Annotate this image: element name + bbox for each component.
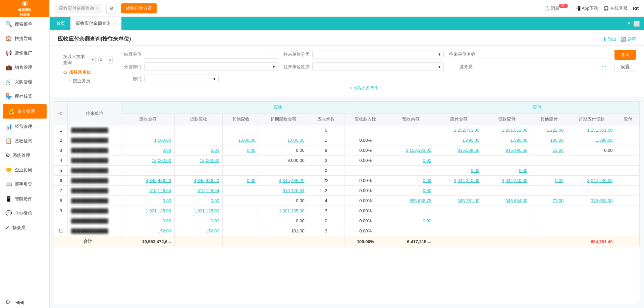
receivable-amount[interactable]: 1,000.00 — [121, 135, 175, 145]
topbar-gear-button[interactable]: ⚙ — [106, 3, 117, 14]
promo-button[interactable]: 体验行业方案 — [121, 3, 157, 13]
dept-select[interactable]: ▾ — [144, 62, 278, 71]
loan-payable[interactable]: 0.00 — [483, 166, 531, 176]
loan-receivable[interactable]: 810,126.64 — [175, 186, 223, 196]
loan-payable[interactable]: 915,495.56 — [483, 145, 531, 156]
loan-receivable[interactable]: 0.00 — [175, 216, 223, 226]
receivable-amount[interactable]: 0.00 — [121, 145, 175, 156]
settlement-dots-icon[interactable]: ··· — [271, 51, 275, 57]
salesperson-dots-icon[interactable]: ··· — [602, 63, 606, 70]
filter-collapse-button[interactable]: ∧ 收起更多条件 — [118, 83, 609, 93]
sidebar-item-search-menu[interactable]: 🔍 搜索菜单 — [0, 17, 49, 31]
other-receivable[interactable]: 0.00 — [223, 145, 259, 156]
loan-receivable[interactable]: 0.00 — [175, 196, 223, 206]
unit-category-select[interactable]: ▾ — [312, 50, 443, 58]
table-settings-icon[interactable]: ⚙ — [59, 111, 63, 116]
sidebar-item-sales[interactable]: 💼 销售管理 — [0, 60, 49, 75]
notification-area[interactable]: 📩 消息 99+ — [544, 5, 570, 11]
sidebar-item-system[interactable]: ⚙ 系统管理 — [0, 148, 49, 163]
payable-amount[interactable]: 3,044,240.00 — [435, 176, 483, 186]
sidebar-item-guide[interactable]: 📖 新手引导 — [0, 177, 49, 191]
sidebar-item-member[interactable]: ✓ 畅会员 — [0, 220, 49, 235]
loan-receivable[interactable]: 0.00 — [175, 145, 223, 156]
service-link[interactable]: 🎧 在线客服 — [603, 5, 628, 11]
sidebar-item-funds[interactable]: 💰 资金管理 — [3, 104, 47, 119]
other-payable[interactable]: 77.00 — [531, 196, 567, 206]
unit-nature-select[interactable]: ▾ — [312, 62, 443, 71]
download-link[interactable]: 📲 App下载 — [575, 5, 598, 11]
filter-settings-button[interactable]: ⚙ — [98, 56, 104, 63]
sidebar-item-operations[interactable]: 📊 经营管理 — [0, 119, 49, 134]
prepay[interactable]: 0.00 — [387, 216, 435, 226]
sidebar-collapse-icon[interactable]: ◀◀ — [15, 299, 23, 305]
payable-amount[interactable]: 1,252,773.00 — [435, 125, 483, 135]
loan-receivable[interactable]: 4,345,436.20 — [175, 176, 223, 186]
filter-add-button[interactable]: + — [90, 56, 96, 63]
tab-home[interactable]: 首页 — [51, 17, 70, 30]
refresh-button[interactable]: 🔄 刷新 — [621, 36, 636, 42]
overdue-payable[interactable]: 3,044,240.00 — [567, 176, 616, 186]
export-button[interactable]: ⬆ 导出 — [603, 36, 616, 42]
sub-dept-select[interactable]: ▾ — [144, 75, 219, 83]
sidebar-item-quick-nav[interactable]: 🏠 快捷导航 — [0, 31, 49, 46]
other-payable[interactable]: 100.00 — [531, 135, 567, 145]
payable-amount[interactable]: 0.00 — [435, 166, 483, 176]
query-button[interactable]: 查询 — [614, 50, 636, 60]
tab-expand-icon[interactable]: ⬜ — [633, 20, 640, 27]
receivable-amount[interactable]: 0.00 — [121, 216, 175, 226]
filter-collapse-button[interactable]: « — [107, 56, 113, 63]
overdue-receivable[interactable]: 1,001,135.00 — [259, 206, 308, 216]
prepay[interactable]: 0.00 — [387, 156, 435, 166]
prepay[interactable]: 2,153,333.00 — [387, 145, 435, 156]
receivable-amount[interactable]: 4,345,436.20 — [121, 176, 175, 186]
receivable-amount[interactable]: 1,001,135.00 — [121, 206, 175, 216]
filter-plan-unit[interactable]: ⊙ 按往来单位 — [63, 69, 113, 75]
sub-dept-label: 部门 — [118, 76, 142, 82]
receivable-amount[interactable]: 18,000.00 — [121, 156, 175, 166]
loan-payable[interactable]: 1,251,551.00 — [483, 125, 531, 135]
overdue-payable[interactable]: 1,251,551.00 — [567, 125, 616, 135]
other-payable[interactable]: 1,222.00 — [531, 125, 567, 135]
other-receivable[interactable]: 1,000.00 — [223, 135, 259, 145]
sidebar-item-hardware[interactable]: 📱 智能硬件 — [0, 191, 49, 206]
table-setting-button[interactable]: 设置 — [614, 62, 636, 72]
loan-payable[interactable]: 345,684.00 — [483, 196, 531, 206]
overdue-receivable[interactable]: 810,126.64 — [259, 186, 308, 196]
sidebar-item-inventory[interactable]: 🏪 库存核算 — [0, 89, 49, 103]
loan-receivable[interactable]: 152.00 — [175, 226, 223, 236]
overdue-payable[interactable]: 345,684.00 — [567, 196, 616, 206]
payable-amount[interactable]: 1,490.00 — [435, 135, 483, 145]
receivable-amount[interactable]: 810,126.64 — [121, 186, 175, 196]
prepay[interactable]: 0.00 — [387, 186, 435, 196]
overdue-receivable[interactable]: 1,000.00 — [259, 135, 308, 145]
sidebar-item-marketing[interactable]: 📢 营销推广 — [0, 46, 49, 60]
sidebar-item-purchase[interactable]: 🛒 采购管理 — [0, 75, 49, 89]
overdue-receivable[interactable]: 4,345,436.20 — [259, 176, 308, 186]
tab-close-all-icon[interactable]: × — [628, 20, 631, 27]
loan-payable[interactable]: 3,044,240.00 — [483, 176, 531, 186]
other-payable[interactable]: 0.00 — [531, 176, 567, 186]
loan-receivable[interactable]: 18,000.00 — [175, 156, 223, 166]
user-area[interactable]: Rit — [633, 6, 639, 11]
sidebar-item-enterprise[interactable]: 🤝 企业协同 — [0, 163, 49, 177]
receivable-amount[interactable]: 152.00 — [121, 226, 175, 236]
tab-close-icon[interactable]: × — [114, 21, 116, 26]
sidebar-item-basics[interactable]: 📋 基础信息 — [0, 134, 49, 148]
payable-amount[interactable]: 915,508.56 — [435, 145, 483, 156]
filter-plan-salesperson[interactable]: ○ 按业务员 — [63, 78, 113, 84]
other-receivable[interactable]: 0.00 — [223, 176, 259, 186]
receivable-amount[interactable]: 0.00 — [121, 196, 175, 206]
other-payable[interactable]: 13.00 — [531, 145, 567, 156]
sidebar-item-wechat[interactable]: 💬 企业微信 — [0, 206, 49, 220]
unit-name-input[interactable] — [478, 50, 609, 58]
prepay[interactable]: 0.00 — [387, 176, 435, 186]
tab-receivable[interactable]: 应收应付余额查询 × — [70, 17, 121, 30]
loan-payable[interactable]: 1,390.00 — [483, 135, 531, 145]
receivable-group-header: 应收 — [121, 102, 435, 114]
footer-other-receivable — [223, 236, 259, 247]
payable-amount[interactable]: 345,761.00 — [435, 196, 483, 206]
sidebar-settings-icon[interactable]: ⚙ — [5, 299, 10, 305]
overdue-payable[interactable]: 1,390.00 — [567, 135, 616, 145]
prepay[interactable]: 655,636.75 — [387, 196, 435, 206]
loan-receivable[interactable]: 1,001,135.00 — [175, 206, 223, 216]
